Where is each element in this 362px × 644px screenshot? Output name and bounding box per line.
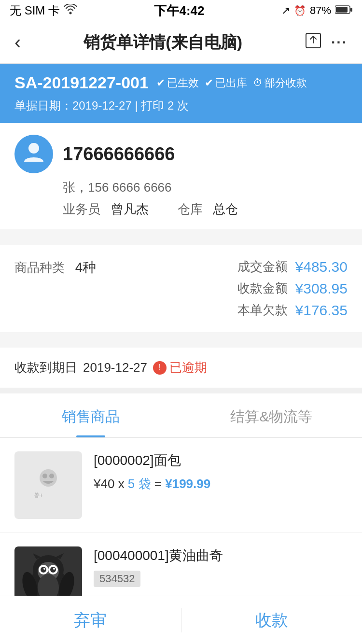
svg-point-8	[49, 474, 54, 478]
svg-point-6	[40, 469, 57, 487]
debt-line: 本单欠款 ¥176.35	[237, 302, 348, 319]
nav-actions: ···	[305, 32, 348, 53]
section-divider-2	[0, 340, 362, 348]
customer-phone: 17666666666	[63, 144, 175, 165]
svg-point-18	[53, 568, 55, 570]
status-time: 下午4:42	[154, 2, 204, 19]
section-divider-1	[0, 237, 362, 245]
overdue-section: 收款到期日 2019-12-27 ! 已逾期	[0, 348, 362, 393]
bottom-bar: 弃审 收款	[0, 596, 362, 644]
header-banner: SA-20191227-001 ✔ 已生效 ✔ 已出库 ⏱ 部分收款 单据日期：…	[0, 64, 362, 123]
svg-point-0	[70, 12, 72, 14]
product-name-1: [0000002]面包	[94, 451, 348, 470]
header-date: 单据日期：2019-12-27 | 打印 2 次	[14, 98, 348, 113]
svg-rect-2	[350, 8, 352, 12]
status-bar: 无 SIM 卡 下午4:42 ↗ ⏰ 87%	[0, 0, 362, 21]
more-button[interactable]: ···	[331, 34, 348, 51]
product-total-1: ¥199.99	[165, 476, 210, 491]
tabs-section: 销售商品 结算&物流等	[0, 393, 362, 438]
order-id: SA-20191227-001	[14, 73, 149, 92]
battery-icon	[335, 4, 352, 17]
product-price-1: ¥40 x 5 袋 = ¥199.99	[94, 476, 348, 492]
stats-section: 商品种类 4种 成交金额 ¥485.30 收款金额 ¥308.95 本单欠款 ¥…	[0, 245, 362, 332]
nav-bar: ‹ 销货单详情(来自电脑) ···	[0, 21, 362, 64]
product-type-label: 商品种类 4种	[14, 258, 96, 277]
debt-value: ¥176.35	[295, 302, 348, 319]
sales-label: 业务员 曾凡杰	[63, 201, 149, 218]
badge-shipped: ✔ 已出库	[205, 76, 247, 90]
overdue-date: 2019-12-27	[83, 360, 147, 375]
received-value: ¥308.95	[295, 280, 348, 297]
cancel-button[interactable]: 弃审	[0, 609, 181, 631]
amount-line: 成交金额 ¥485.30	[237, 258, 348, 275]
location-icon: ↗	[281, 4, 290, 17]
product-info-1: [0000002]面包 ¥40 x 5 袋 = ¥199.99	[94, 451, 348, 492]
share-button[interactable]	[305, 32, 321, 53]
sales-value: 曾凡杰	[111, 202, 149, 216]
overdue-label: 收款到期日	[14, 359, 77, 376]
amount-value: ¥485.30	[295, 259, 348, 275]
back-button[interactable]: ‹	[14, 31, 21, 53]
svg-point-5	[28, 143, 39, 154]
badge-effective: ✔ 已生效	[156, 76, 199, 90]
alarm-icon: ⏰	[294, 5, 306, 16]
battery-percent: 87%	[310, 4, 331, 17]
overdue-dot-icon: !	[153, 361, 167, 375]
overdue-status: 已逾期	[169, 359, 207, 376]
page-title: 销货单详情(来自电脑)	[84, 31, 242, 54]
wifi-icon	[64, 4, 77, 17]
tab-settlement[interactable]: 结算&物流等	[181, 393, 362, 437]
received-label: 收款金额	[237, 280, 288, 297]
product-thumbnail-1: 兽+	[14, 451, 82, 519]
svg-point-17	[43, 568, 45, 570]
status-badges: ✔ 已生效 ✔ 已出库 ⏱ 部分收款	[156, 76, 307, 90]
customer-name: 张，156 6666 6666	[63, 179, 348, 196]
amount-label: 成交金额	[237, 258, 288, 275]
carrier-text: 无 SIM 卡	[10, 3, 60, 18]
list-item: 兽+ [0000002]面包 ¥40 x 5 袋 = ¥199.99	[0, 438, 362, 533]
status-carrier: 无 SIM 卡	[10, 3, 77, 18]
badge-partial: ⏱ 部分收款	[253, 76, 307, 90]
svg-rect-3	[336, 7, 348, 13]
product-type-count: 4种	[75, 260, 97, 275]
product-tag-2: 534532	[94, 571, 140, 587]
confirm-button[interactable]: 收款	[181, 609, 362, 631]
stats-right: 成交金额 ¥485.30 收款金额 ¥308.95 本单欠款 ¥176.35	[237, 258, 348, 319]
tab-products[interactable]: 销售商品	[0, 393, 181, 437]
product-qty-1: 5 袋	[128, 476, 154, 491]
stats-left: 商品种类 4种	[14, 258, 96, 279]
thumb-placeholder-icon: 兽+	[29, 462, 68, 508]
product-name-2: [000400001]黄油曲奇	[94, 546, 348, 565]
svg-point-16	[50, 567, 56, 573]
overdue-badge: ! 已逾期	[153, 359, 207, 376]
debt-label: 本单欠款	[237, 302, 288, 319]
warehouse-label: 仓库 总仓	[178, 201, 238, 218]
svg-point-15	[41, 567, 46, 573]
svg-point-7	[42, 474, 47, 478]
customer-meta: 业务员 曾凡杰 仓库 总仓	[63, 201, 348, 218]
status-icons: ↗ ⏰ 87%	[281, 4, 352, 17]
customer-section: 17666666666 张，156 6666 6666 业务员 曾凡杰 仓库 总…	[0, 123, 362, 229]
received-line: 收款金额 ¥308.95	[237, 280, 348, 297]
warehouse-value: 总仓	[213, 202, 238, 216]
svg-text:兽+: 兽+	[34, 492, 43, 499]
avatar-icon	[22, 140, 46, 169]
avatar	[14, 135, 53, 173]
